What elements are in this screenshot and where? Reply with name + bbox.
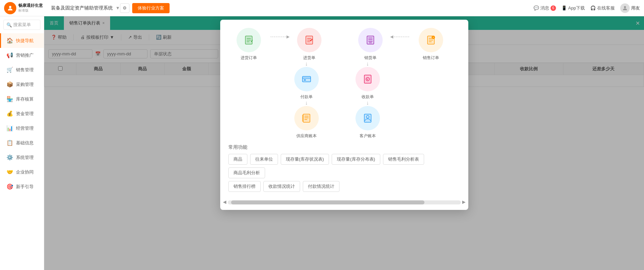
svg-rect-28 [304, 79, 306, 80]
flow-label-purchase-bill: 进货单 [303, 55, 315, 61]
flow-node-customer-ledger[interactable]: 客户账本 [347, 106, 388, 139]
svg-text:+: + [433, 36, 434, 39]
nav-label-finance: 资金管理 [16, 111, 34, 117]
system-name: 装备及固定资产辅助管理系统 [51, 5, 113, 11]
common-functions-title: 常用功能 [228, 144, 460, 150]
flow-arrow-h2: ◀ [391, 37, 411, 44]
arrow-row-2: ↓ ↓ [228, 100, 460, 106]
func-btn-2[interactable]: 现存量(库存状况表) [281, 154, 329, 165]
scroll-left-arrow[interactable]: ◀ [223, 199, 226, 204]
nav-label-enterprise: 企业协同 [16, 169, 34, 175]
modal-scrollbar[interactable] [228, 200, 461, 204]
sidebar-item-operation[interactable]: 📊经营管理 [0, 121, 44, 136]
func-btn-7[interactable]: 收款情况统计 [263, 181, 300, 192]
main-content: 首页销售订单执行表× ✕ ❓ 帮助 🖨 按模板打印 ▼ ↗ 导出 [44, 16, 644, 270]
sidebar-item-quick-nav[interactable]: 🏠快捷导航 [0, 33, 44, 48]
nav-label-guide: 新手引导 [16, 184, 34, 190]
online-service-label: 在线客服 [597, 5, 615, 11]
func-btn-4[interactable]: 销售毛利分析表 [383, 154, 424, 165]
online-service-button[interactable]: 🎧 在线客服 [590, 5, 615, 11]
nav-icon-purchase: 📦 [6, 81, 13, 88]
logo-area: 畅康通好生意 标准版 [4, 2, 48, 14]
flow-row-3: 供应商账本 [228, 106, 460, 139]
flow-label-payment: 付款单 [300, 94, 313, 100]
sidebar-item-marketing[interactable]: 📢营销推广 [0, 48, 44, 62]
nav-icon-quick-nav: 🏠 [6, 37, 13, 44]
sidebar-item-finance[interactable]: 💰资金管理 [0, 106, 44, 121]
flow-node-receipt[interactable]: ¥ 收款单 [347, 67, 388, 100]
scroll-right-arrow[interactable]: ▶ [462, 199, 466, 204]
message-button[interactable]: 💬 消息 6 [534, 5, 556, 11]
flow-diagram: 进货订单 ▶ [228, 28, 460, 139]
svg-text:¥: ¥ [366, 78, 368, 81]
flow-circle-payment [294, 67, 319, 91]
message-badge: 6 [551, 5, 556, 11]
flow-node-sales-order[interactable]: + 销售订单 [411, 28, 451, 61]
sidebar-item-system[interactable]: ⚙️系统管理 [0, 150, 44, 165]
flow-circle-purchase-bill [297, 28, 321, 52]
system-title: 装备及固定资产辅助管理系统 ▼ [51, 5, 120, 11]
service-icon: 🎧 [590, 5, 596, 11]
svg-rect-38 [302, 115, 303, 122]
modal-scroll-area: ◀ ▶ [220, 198, 468, 210]
func-btn-1[interactable]: 往来单位 [250, 154, 278, 165]
sidebar-nav: 🏠快捷导航📢营销推广🛒销售管理📦采购管理🏪库存核算💰资金管理📊经营管理📋基础信息… [0, 33, 44, 194]
flow-circle-sales-bill [358, 28, 383, 52]
modal-overlay[interactable]: 进货订单 ▶ [44, 16, 644, 270]
svg-point-1 [624, 6, 626, 8]
func-btn-8[interactable]: 付款情况统计 [303, 181, 340, 192]
sidebar-item-purchase[interactable]: 📦采购管理 [0, 77, 44, 92]
app-download-button[interactable]: 📱 App下载 [561, 5, 585, 11]
search-menu-button[interactable]: 🔍 搜索菜单 [3, 20, 40, 30]
flow-row-2: 付款单 [228, 67, 460, 100]
download-icon: 📱 [561, 5, 567, 11]
nav-icon-inventory: 🏪 [6, 96, 13, 102]
sidebar-item-sales[interactable]: 🛒销售管理 [0, 62, 44, 77]
sidebar-search-area[interactable]: 🔍 搜索菜单 [0, 16, 44, 33]
flow-label-receipt: 收款单 [362, 94, 374, 100]
nav-icon-operation: 📊 [6, 125, 13, 131]
flow-node-payment[interactable]: 付款单 [286, 67, 327, 100]
sidebar: 🔍 搜索菜单 🏠快捷导航📢营销推广🛒销售管理📦采购管理🏪库存核算💰资金管理📊经营… [0, 16, 44, 270]
settings-button[interactable]: ⚙ [120, 3, 129, 13]
modal-content: 进货订单 ▶ [220, 20, 468, 198]
flow-circle-supplier-ledger [294, 106, 319, 130]
arrow-down-purchase: ↓ [286, 61, 327, 67]
nav-label-operation: 经营管理 [16, 125, 34, 131]
flow-label-customer-ledger: 客户账本 [360, 133, 376, 139]
nav-label-purchase: 采购管理 [16, 82, 34, 88]
nav-label-marketing: 营销推广 [16, 52, 34, 58]
svg-rect-25 [302, 76, 311, 82]
func-btn-6[interactable]: 销售排行榜 [228, 181, 261, 192]
func-btn-5[interactable]: 商品毛利分析 [228, 167, 265, 178]
message-label: 消息 [540, 5, 549, 11]
sidebar-item-inventory[interactable]: 🏪库存核算 [0, 92, 44, 106]
flow-circle-receipt: ¥ [355, 67, 380, 91]
flow-label-purchase-order: 进货订单 [241, 55, 257, 61]
user-area[interactable]: 用友 [620, 3, 640, 13]
sidebar-item-basic-info[interactable]: 📋基础信息 [0, 136, 44, 150]
common-functions: 常用功能 商品往来单位现存量(库存状况表)现存量(库存分布表)销售毛利分析表商品… [228, 139, 460, 195]
flow-node-purchase-order[interactable]: 进货订单 [228, 28, 269, 61]
arrow-down-payment: ↓ [286, 100, 327, 106]
logo-icon [4, 2, 16, 14]
nav-icon-finance: 💰 [6, 110, 13, 117]
func-btn-3[interactable]: 现存量(库存分布表) [332, 154, 380, 165]
flow-arrow-h1: ▶ [269, 37, 289, 44]
flow-node-sales-bill[interactable]: 销货单 [350, 28, 391, 61]
sidebar-item-enterprise[interactable]: 🤝企业协同 [0, 165, 44, 179]
trial-button[interactable]: 体验行业方案 [132, 3, 170, 13]
app-name: 畅康通好生意 [18, 3, 43, 8]
flow-node-purchase-bill[interactable]: 进货单 [289, 28, 330, 61]
top-right-area: 💬 消息 6 📱 App下载 🎧 在线客服 用友 [534, 3, 640, 13]
app-download-label: App下载 [568, 5, 585, 11]
dropdown-icon[interactable]: ▼ [116, 5, 120, 11]
nav-icon-guide: 🎯 [6, 183, 13, 190]
sidebar-item-guide[interactable]: 🎯新手引导 [0, 179, 44, 194]
avatar [620, 3, 630, 13]
arrow-down-sales: ↓ [347, 61, 388, 67]
func-btn-0[interactable]: 商品 [228, 154, 247, 165]
flow-node-supplier-ledger[interactable]: 供应商账本 [286, 106, 327, 139]
user-name: 用友 [631, 5, 640, 11]
modal-scrollbar-track [231, 200, 424, 204]
